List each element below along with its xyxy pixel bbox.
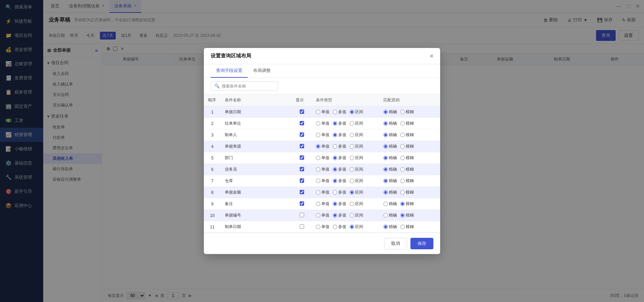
- type-radio-label[interactable]: 多值: [333, 155, 346, 161]
- type-radio-label[interactable]: 区间: [350, 190, 363, 195]
- match-radio-label[interactable]: 精确: [383, 155, 397, 161]
- type-radio-label[interactable]: 多值: [333, 178, 346, 184]
- type-radio-label[interactable]: 区间: [350, 132, 363, 138]
- type-radio-2[interactable]: [350, 225, 354, 229]
- type-radio-label[interactable]: 区间: [350, 155, 363, 161]
- match-radio-1[interactable]: [400, 190, 405, 195]
- type-radio-label[interactable]: 多值: [333, 212, 346, 218]
- match-radio-1[interactable]: [400, 110, 405, 114]
- type-radio-label[interactable]: 多值: [333, 132, 346, 138]
- type-radio-2[interactable]: [350, 202, 354, 206]
- match-radio-label[interactable]: 精确: [383, 109, 397, 115]
- type-radio-1[interactable]: [333, 156, 337, 160]
- type-radio-label[interactable]: 单值: [316, 167, 329, 172]
- type-radio-label[interactable]: 多值: [333, 224, 346, 230]
- type-radio-1[interactable]: [333, 179, 337, 183]
- type-radio-label[interactable]: 单值: [316, 178, 329, 184]
- display-checkbox[interactable]: [300, 132, 304, 137]
- type-radio-1[interactable]: [333, 110, 337, 114]
- type-radio-label[interactable]: 区间: [350, 178, 363, 184]
- modal-tab-fields[interactable]: 查询字段设置: [211, 64, 248, 78]
- display-checkbox[interactable]: [300, 109, 304, 114]
- type-radio-label[interactable]: 单值: [316, 190, 329, 195]
- match-radio-label[interactable]: 精确: [383, 190, 397, 195]
- display-checkbox[interactable]: [300, 144, 304, 148]
- type-radio-2[interactable]: [350, 156, 354, 160]
- type-radio-2[interactable]: [350, 190, 354, 195]
- type-radio-label[interactable]: 单值: [316, 132, 329, 138]
- type-radio-label[interactable]: 区间: [350, 224, 363, 230]
- display-checkbox[interactable]: [300, 155, 304, 160]
- type-radio-label[interactable]: 区间: [350, 201, 363, 207]
- type-radio-label[interactable]: 单值: [316, 212, 329, 218]
- type-radio-0[interactable]: [316, 179, 320, 183]
- type-radio-1[interactable]: [333, 121, 337, 126]
- type-radio-0[interactable]: [316, 156, 320, 160]
- match-radio-label[interactable]: 精确: [383, 121, 397, 126]
- match-radio-label[interactable]: 模糊: [400, 144, 414, 149]
- match-radio-0[interactable]: [383, 144, 388, 149]
- match-radio-label[interactable]: 模糊: [400, 178, 414, 184]
- match-radio-label[interactable]: 精确: [383, 224, 397, 230]
- type-radio-1[interactable]: [333, 167, 337, 172]
- match-radio-1[interactable]: [400, 167, 405, 172]
- match-radio-label[interactable]: 模糊: [400, 109, 414, 115]
- modal-save-button[interactable]: 保存: [410, 238, 433, 249]
- match-radio-label[interactable]: 精确: [383, 132, 397, 138]
- match-radio-0[interactable]: [383, 213, 388, 218]
- type-radio-2[interactable]: [350, 133, 354, 137]
- match-radio-0[interactable]: [383, 121, 388, 126]
- type-radio-1[interactable]: [333, 133, 337, 137]
- match-radio-0[interactable]: [383, 202, 388, 206]
- match-radio-label[interactable]: 模糊: [400, 224, 414, 230]
- type-radio-1[interactable]: [333, 202, 337, 206]
- display-checkbox[interactable]: [300, 213, 304, 217]
- type-radio-2[interactable]: [350, 121, 354, 126]
- type-radio-label[interactable]: 多值: [333, 109, 346, 115]
- display-checkbox[interactable]: [300, 178, 304, 183]
- match-radio-0[interactable]: [383, 179, 388, 183]
- type-radio-1[interactable]: [333, 225, 337, 229]
- type-radio-1[interactable]: [333, 190, 337, 195]
- type-radio-label[interactable]: 单值: [316, 201, 329, 207]
- type-radio-0[interactable]: [316, 167, 320, 172]
- match-radio-label[interactable]: 模糊: [400, 212, 414, 218]
- type-radio-1[interactable]: [333, 144, 337, 149]
- match-radio-1[interactable]: [400, 202, 405, 206]
- type-radio-0[interactable]: [316, 144, 320, 149]
- cancel-button[interactable]: 取消: [384, 238, 407, 249]
- type-radio-label[interactable]: 区间: [350, 212, 363, 218]
- type-radio-label[interactable]: 多值: [333, 201, 346, 207]
- type-radio-1[interactable]: [333, 213, 337, 218]
- type-radio-0[interactable]: [316, 133, 320, 137]
- modal-tab-layout[interactable]: 布局调整: [248, 64, 276, 78]
- match-radio-label[interactable]: 精确: [383, 201, 397, 207]
- match-radio-0[interactable]: [383, 167, 388, 172]
- type-radio-2[interactable]: [350, 110, 354, 114]
- match-radio-1[interactable]: [400, 156, 405, 160]
- match-radio-label[interactable]: 模糊: [400, 132, 414, 138]
- type-radio-2[interactable]: [350, 179, 354, 183]
- match-radio-0[interactable]: [383, 225, 388, 229]
- type-radio-label[interactable]: 区间: [350, 167, 363, 172]
- type-radio-0[interactable]: [316, 202, 320, 206]
- match-radio-label[interactable]: 模糊: [400, 201, 414, 207]
- type-radio-label[interactable]: 单值: [316, 121, 329, 126]
- type-radio-2[interactable]: [350, 213, 354, 218]
- type-radio-label[interactable]: 多值: [333, 167, 346, 172]
- match-radio-label[interactable]: 模糊: [400, 167, 414, 172]
- match-radio-label[interactable]: 模糊: [400, 155, 414, 161]
- match-radio-1[interactable]: [400, 133, 405, 137]
- type-radio-0[interactable]: [316, 225, 320, 229]
- match-radio-label[interactable]: 模糊: [400, 190, 414, 195]
- display-checkbox[interactable]: [300, 224, 304, 229]
- match-radio-label[interactable]: 精确: [383, 167, 397, 172]
- match-radio-1[interactable]: [400, 144, 405, 149]
- type-radio-2[interactable]: [350, 167, 354, 172]
- match-radio-0[interactable]: [383, 133, 388, 137]
- type-radio-label[interactable]: 单值: [316, 144, 329, 149]
- match-radio-0[interactable]: [383, 156, 388, 160]
- match-radio-label[interactable]: 精确: [383, 212, 397, 218]
- display-checkbox[interactable]: [300, 167, 304, 171]
- type-radio-0[interactable]: [316, 190, 320, 195]
